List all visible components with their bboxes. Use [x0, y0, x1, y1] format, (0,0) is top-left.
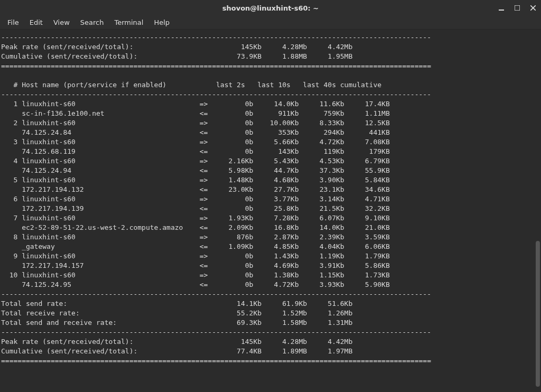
- cumulative-line: Cumulative (sent/received/total): 73.9KB…: [1, 52, 352, 60]
- host-row: 8 linuxhint-s60 => 876b 2.87Kb 2.39Kb 3.…: [1, 233, 390, 241]
- menu-terminal[interactable]: Terminal: [109, 17, 148, 28]
- host-row: 4 linuxhint-s60 => 2.16Kb 5.43Kb 4.53Kb …: [1, 157, 390, 165]
- divider-line: ----------------------------------------…: [1, 90, 431, 98]
- host-row: 74.125.24.94 <= 5.98Kb 44.7Kb 37.3Kb 55.…: [1, 166, 390, 174]
- menu-edit[interactable]: Edit: [24, 17, 48, 28]
- terminal-scrollbar[interactable]: [535, 30, 541, 392]
- host-row: 172.217.194.157 <= 0b 4.69Kb 3.91Kb 5.86…: [1, 262, 390, 269]
- divider-line: ----------------------------------------…: [1, 328, 431, 336]
- total-receive-line: Total receive rate: 55.2Kb 1.52Mb 1.26Mb: [1, 309, 352, 317]
- total-send-line: Total send rate: 14.1Kb 61.9Kb 51.6Kb: [1, 300, 352, 307]
- terminal-output[interactable]: ----------------------------------------…: [0, 30, 541, 392]
- host-row: 74.125.24.84 <= 0b 353Kb 294Kb 441KB: [1, 128, 390, 136]
- peak-rate-line: Peak rate (sent/received/total): 145Kb 4…: [1, 338, 352, 346]
- menu-help[interactable]: Help: [148, 17, 175, 28]
- window-title: shovon@linuxhint-s60: ~: [222, 4, 319, 12]
- host-row: 3 linuxhint-s60 => 0b 5.66Kb 4.72Kb 7.08…: [1, 138, 390, 146]
- divider-line: ----------------------------------------…: [1, 290, 431, 298]
- maximize-button[interactable]: [512, 3, 522, 13]
- peak-rate-line: Peak rate (sent/received/total): 145Kb 4…: [1, 43, 352, 51]
- menubar: File Edit View Search Terminal Help: [0, 16, 541, 30]
- svg-rect-1: [515, 5, 520, 11]
- host-row: 9 linuxhint-s60 => 0b 1.43Kb 1.19Kb 1.79…: [1, 252, 390, 260]
- menu-view[interactable]: View: [48, 17, 75, 28]
- window-titlebar: shovon@linuxhint-s60: ~: [0, 0, 541, 16]
- total-both-line: Total send and receive rate: 69.3Kb 1.58…: [1, 319, 352, 326]
- close-button[interactable]: [528, 3, 538, 13]
- host-row: 5 linuxhint-s60 => 1.48Kb 4.68Kb 3.90Kb …: [1, 176, 390, 184]
- column-header-line: # Host name (port/service if enabled) la…: [1, 81, 381, 89]
- host-row: 6 linuxhint-s60 => 0b 3.77Kb 3.14Kb 4.71…: [1, 195, 390, 203]
- svg-rect-0: [499, 10, 504, 11]
- scrollbar-thumb[interactable]: [536, 241, 540, 387]
- host-row: _gateway <= 1.09Kb 4.85Kb 4.04Kb 6.06KB: [1, 242, 390, 250]
- minimize-button[interactable]: [497, 3, 506, 13]
- divider-eq-line: ========================================…: [1, 357, 431, 365]
- cumulative-line: Cumulative (sent/received/total): 77.4KB…: [1, 347, 352, 355]
- host-row: 10 linuxhint-s60 => 0b 1.38Kb 1.15Kb 1.7…: [1, 271, 390, 279]
- menu-search[interactable]: Search: [75, 17, 109, 28]
- host-row: 1 linuxhint-s60 => 0b 14.0Kb 11.6Kb 17.4…: [1, 100, 390, 108]
- window-controls: [497, 0, 538, 16]
- host-row: 7 linuxhint-s60 => 1.93Kb 7.28Kb 6.07Kb …: [1, 214, 390, 222]
- host-row: 172.217.194.139 <= 0b 25.8Kb 21.5Kb 32.2…: [1, 204, 390, 212]
- divider-line: ----------------------------------------…: [1, 33, 431, 41]
- menu-file[interactable]: File: [2, 17, 24, 28]
- host-row: 74.125.68.119 <= 0b 143Kb 119Kb 179KB: [1, 147, 390, 155]
- host-row: 74.125.24.95 <= 0b 4.72Kb 3.93Kb 5.90KB: [1, 281, 390, 288]
- divider-eq-line: ========================================…: [1, 62, 431, 70]
- host-row: ec2-52-89-51-22.us-west-2.compute.amazo …: [1, 223, 390, 231]
- host-row: sc-in-f136.1e100.net <= 0b 911Kb 759Kb 1…: [1, 109, 390, 117]
- host-row: 2 linuxhint-s60 => 0b 10.00Kb 8.33Kb 12.…: [1, 119, 390, 127]
- host-row: 172.217.194.132 <= 23.0Kb 27.7Kb 23.1Kb …: [1, 185, 390, 193]
